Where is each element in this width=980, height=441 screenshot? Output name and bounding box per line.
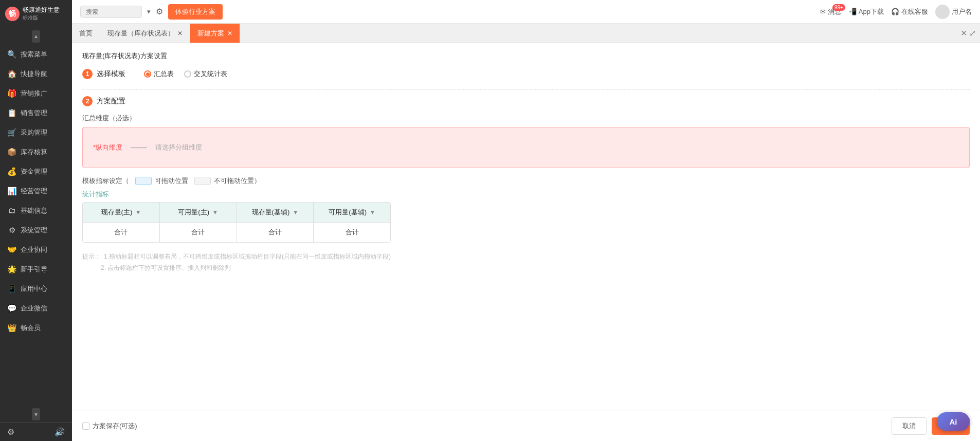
logo-icon: 畅 xyxy=(5,7,20,21)
stats-col-3-label: 可用量(基辅) xyxy=(329,208,367,217)
speaker-icon[interactable]: 🔊 xyxy=(55,427,65,437)
hint-line-2: 2. 点击标题栏下拉可设置排序、插入列和删除列 xyxy=(101,263,970,274)
save-option-label: 方案保存(可选) xyxy=(93,421,137,431)
sidebar-item-agreement[interactable]: 🤝 企业协同 xyxy=(0,240,72,260)
content-area: 现存量(库存状况表)方案设置 1 选择模板 汇总表 交叉统计表 xyxy=(72,43,980,411)
sidebar-item-purchase[interactable]: 🛒 采购管理 xyxy=(0,123,72,142)
sidebar-item-label: 销售管理 xyxy=(21,108,47,118)
sidebar-bottom: ⚙ 🔊 xyxy=(0,422,72,441)
sidebar-item-label: 系统管理 xyxy=(21,226,47,235)
stats-col-1-header[interactable]: 可用量(主) ▼ xyxy=(160,203,237,223)
sidebar-item-sales[interactable]: 📋 销售管理 xyxy=(0,103,72,123)
message-icon: ✉ xyxy=(820,8,826,15)
sidebar-item-label: 新手引导 xyxy=(21,265,47,274)
user-menu[interactable]: 用户名 xyxy=(935,5,972,19)
radio-summary[interactable]: 汇总表 xyxy=(144,69,174,79)
radio-summary-icon xyxy=(144,70,151,78)
section1-header: 1 选择模板 汇总表 交叉统计表 xyxy=(82,69,970,79)
sidebar-item-label: 快捷导航 xyxy=(21,69,47,79)
section2-title: 方案配置 xyxy=(97,97,125,106)
topbar: ▾ ⚙ 体验行业方案 ✉ 消息 99+ 📲 App下载 🎧 在线客服 用户名 xyxy=(72,0,980,24)
member-icon: 👑 xyxy=(7,323,16,333)
app-icon: 📱 xyxy=(7,284,16,293)
sidebar-item-label: 经营管理 xyxy=(21,187,47,196)
stats-col-0-header[interactable]: 现存量(主) ▼ xyxy=(83,203,159,223)
sidebar-item-app[interactable]: 📱 应用中心 xyxy=(0,279,72,299)
operation-icon: 📊 xyxy=(7,187,16,196)
save-checkbox[interactable] xyxy=(82,422,89,430)
app-download-button[interactable]: 📲 App下载 xyxy=(848,7,884,16)
radio-summary-label: 汇总表 xyxy=(154,69,174,79)
section-template: 1 选择模板 汇总表 交叉统计表 xyxy=(82,69,970,79)
sidebar-item-search[interactable]: 🔍 搜索菜单 xyxy=(0,45,72,64)
username-label: 用户名 xyxy=(952,7,972,16)
sidebar-logo: 畅 畅康通好生意 标准版 xyxy=(0,0,72,28)
online-support-button[interactable]: 🎧 在线客服 xyxy=(891,7,928,16)
system-icon: ⚙ xyxy=(7,226,16,235)
tab-home[interactable]: 首页 xyxy=(72,24,100,43)
trial-button[interactable]: 体验行业方案 xyxy=(168,4,223,20)
sidebar-item-marketing[interactable]: 🎁 营销推广 xyxy=(0,84,72,103)
purchase-icon: 🛒 xyxy=(7,128,16,137)
inventory-icon: 📦 xyxy=(7,148,16,157)
sidebar-item-wechat[interactable]: 💬 企业微信 xyxy=(0,299,72,318)
sidebar-item-operation[interactable]: 📊 经营管理 xyxy=(0,181,72,201)
panel-expand-button[interactable]: ⤢ xyxy=(969,28,976,38)
sidebar-item-system[interactable]: ⚙ 系统管理 xyxy=(0,220,72,240)
search-input[interactable] xyxy=(80,6,142,18)
legend-movable: 可拖动位置 xyxy=(135,176,188,186)
tabs-bar: 首页 现存量（库存状况表） ✕ 新建方案 ✕ ✕ ⤢ xyxy=(72,24,980,43)
basic-icon: 🗂 xyxy=(7,206,16,215)
stats-col-1: 可用量(主) ▼ xyxy=(160,203,237,223)
dimension-required-mark: *纵向维度 xyxy=(93,143,122,152)
sidebar-item-basic[interactable]: 🗂 基础信息 xyxy=(0,201,72,220)
sidebar-scroll-up[interactable]: ▲ xyxy=(32,30,40,43)
sidebar-item-label: 搜索菜单 xyxy=(21,50,47,59)
sidebar-item-label: 企业协同 xyxy=(21,245,47,254)
chevron-down-icon-3: ▼ xyxy=(370,209,375,215)
ai-button[interactable]: Ai xyxy=(937,412,970,431)
sidebar-item-guide[interactable]: 🌟 新手引导 xyxy=(0,260,72,279)
sidebar-scroll-down[interactable]: ▼ xyxy=(32,408,40,420)
stats-body-col-0-value: 合计 xyxy=(83,223,159,242)
stats-body-col-2-value: 合计 xyxy=(237,223,314,242)
settings-icon[interactable]: ⚙ xyxy=(7,427,14,437)
hint-1: 1.拖动标题栏可以调整布局，不可跨维度或指标区域拖动栏目字段(只能在同一维度或指… xyxy=(104,251,391,263)
sidebar-item-finance[interactable]: 💰 资金管理 xyxy=(0,162,72,181)
dimension-area: *纵向维度 —— 请选择分组维度 xyxy=(82,127,970,168)
save-option[interactable]: 方案保存(可选) xyxy=(82,421,137,431)
gear-button[interactable]: ⚙ xyxy=(156,7,163,16)
tab-new-plan[interactable]: 新建方案 ✕ xyxy=(190,24,240,43)
stats-col-2-header[interactable]: 现存量(基辅) ▼ xyxy=(237,203,314,223)
stats-col-3-header[interactable]: 可用量(基辅) ▼ xyxy=(314,203,390,223)
movable-legend-label: 可拖动位置 xyxy=(155,176,188,186)
finance-icon: 💰 xyxy=(7,167,16,176)
section2-num: 2 xyxy=(82,96,93,106)
hint-2: 2. 点击标题栏下拉可设置排序、插入列和删除列 xyxy=(101,263,231,274)
app-name: 畅康通好生意 xyxy=(23,6,60,14)
movable-legend-box xyxy=(135,177,152,185)
radio-crosstab[interactable]: 交叉统计表 xyxy=(184,69,227,79)
radio-crosstab-icon xyxy=(184,70,191,78)
divider-1 xyxy=(82,89,970,90)
stats-body-col-3-value: 合计 xyxy=(314,223,390,242)
sidebar-item-label: 采购管理 xyxy=(21,128,47,137)
tab-inventory[interactable]: 现存量（库存状况表） ✕ xyxy=(100,24,190,43)
topbar-left: ▾ ⚙ 体验行业方案 xyxy=(80,4,223,20)
guide-icon: 🌟 xyxy=(7,265,16,274)
sidebar-item-inventory[interactable]: 📦 库存核算 xyxy=(0,142,72,162)
download-icon: 📲 xyxy=(848,8,857,15)
tab-new-plan-close[interactable]: ✕ xyxy=(227,30,232,37)
stats-col-0-label: 现存量(主) xyxy=(101,208,133,217)
section-config: 2 方案配置 汇总维度（必选） *纵向维度 —— 请选择分组维度 模板指标设定（… xyxy=(82,96,970,273)
message-button[interactable]: ✉ 消息 99+ xyxy=(820,7,841,16)
tab-new-plan-label: 新建方案 xyxy=(197,29,224,38)
cancel-button[interactable]: 取消 xyxy=(892,417,927,435)
dropdown-button[interactable]: ▾ xyxy=(147,8,151,15)
sidebar-item-shortcut[interactable]: 🏠 快捷导航 xyxy=(0,64,72,84)
home-icon: 🏠 xyxy=(7,69,16,79)
tab-inventory-close[interactable]: ✕ xyxy=(177,30,183,37)
section2-header: 2 方案配置 xyxy=(82,96,970,106)
panel-close-button[interactable]: ✕ xyxy=(960,28,967,38)
sidebar-item-member[interactable]: 👑 畅会员 xyxy=(0,318,72,338)
